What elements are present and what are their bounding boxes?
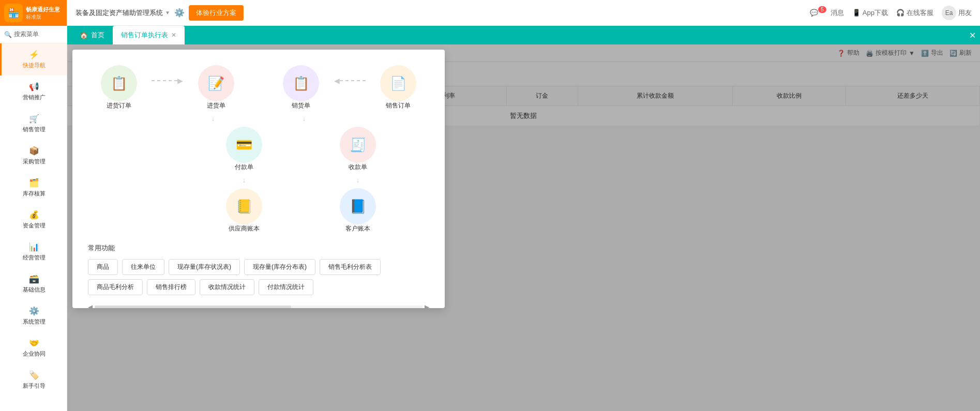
sidebar-item-guide[interactable]: 🏷️ 新手引导 [0, 364, 67, 396]
receipt-circle[interactable]: 🧾 [340, 127, 376, 163]
overlay: 📋 进货订单 ▶ 📝 [67, 44, 980, 411]
finance-icon: 💰 [29, 210, 39, 220]
common-title: 常用功能 [88, 243, 429, 253]
sidebar-item-basic-info[interactable]: 🗃️ 基础信息 [0, 268, 67, 300]
basic-info-icon: 🗃️ [29, 274, 39, 284]
down-arrow-rec: ↓ [316, 176, 399, 184]
receipt-label: 收款单 [349, 163, 367, 172]
sidebar-item-marketing[interactable]: 📢 营销推广 [0, 75, 67, 108]
scroll-thumb [95, 306, 291, 308]
sales-order-circle[interactable]: 📄 [380, 65, 416, 101]
sidebar-item-operations[interactable]: 📊 经营管理 [0, 236, 67, 268]
supplier-circle[interactable]: 📒 [226, 188, 262, 224]
flow-col-sales-bill: 📋 销货单 [270, 65, 331, 110]
sidebar-item-label: 营销推广 [23, 94, 46, 101]
user-avatar-text: Ea [945, 9, 953, 17]
common-buttons: 商品 往来单位 现存量(库存状况表) 现存量(库存分布表) 销售毛利分析表 商品… [88, 259, 429, 295]
arrow-po-to-pb: ▶ [152, 65, 183, 85]
guide-icon: 🏷️ [29, 370, 39, 380]
system-title: 装备及固定资产辅助管理系统 [76, 8, 163, 18]
customer-circle[interactable]: 📘 [340, 188, 376, 224]
sidebar-item-sales[interactable]: 🛒 销售管理 [0, 108, 67, 140]
header-right: 💬 5 消息 📱 App下载 🎧 在线客服 Ea 用友 [810, 6, 972, 20]
common-btn-stock-status[interactable]: 现存量(库存状况表) [169, 259, 240, 275]
message-icon: 💬 [810, 9, 818, 17]
purchase-bill-label: 进货单 [207, 101, 225, 110]
app-download-item[interactable]: 📱 App下载 [852, 8, 888, 18]
payment-circle[interactable]: 💳 [226, 127, 262, 163]
sidebar-item-system[interactable]: ⚙️ 系统管理 [0, 300, 67, 332]
content-area: ❓ 帮助 🖨️ 按模板打印 ▼ ⬆️ 导出 🔄 刷新 [67, 44, 980, 411]
app-name: 畅康通好生意 [26, 6, 60, 13]
trial-button[interactable]: 体验行业方案 [189, 5, 244, 21]
tab-close-icon[interactable]: ✕ [171, 32, 176, 39]
message-item[interactable]: 💬 5 消息 [810, 8, 844, 18]
common-btn-receipt-stats[interactable]: 收款情况统计 [200, 279, 254, 295]
sales-order-label: 销售订单 [386, 101, 411, 110]
app-download-label: App下载 [863, 8, 888, 18]
sidebar-item-label: 快捷导航 [23, 62, 46, 69]
purchase-order-circle[interactable]: 📋 [101, 65, 137, 101]
common-section: 常用功能 商品 往来单位 现存量(库存状况表) 现存量(库存分布表) 销售毛利分… [88, 243, 429, 295]
sidebar-item-label: 采购管理 [23, 158, 46, 165]
common-btn-product[interactable]: 商品 [88, 259, 118, 275]
header-left: 装备及固定资产辅助管理系统 ▼ ⚙️ 体验行业方案 [76, 5, 244, 21]
user-name: 用友 [958, 8, 972, 18]
sidebar-item-label: 基础信息 [23, 286, 46, 294]
arrow-so-to-sb: ◀ [334, 65, 366, 85]
sidebar-item-quick-nav[interactable]: ⚡ 快捷导航 [0, 43, 67, 75]
down-arrow-pb: ↓ [180, 114, 246, 123]
sidebar-nav: ⚡ 快捷导航 📢 营销推广 🛒 销售管理 📦 采购管理 🗂️ 库存核算 💰 [0, 43, 67, 411]
sidebar-item-purchase[interactable]: 📦 采购管理 [0, 140, 67, 172]
purchase-order-label: 进货订单 [107, 101, 131, 110]
common-btn-sales-ranking[interactable]: 销售排行榜 [147, 279, 195, 295]
tab-bar-close-icon[interactable]: ✕ [969, 31, 976, 40]
app-download-icon: 📱 [852, 9, 861, 17]
common-btn-payment-stats[interactable]: 付款情况统计 [259, 279, 313, 295]
common-btn-sales-margin[interactable]: 销售毛利分析表 [320, 259, 381, 275]
search-label: 搜索菜单 [14, 30, 39, 39]
sidebar-item-label: 资金管理 [23, 222, 46, 230]
flow-col-receipt: 🧾 收款单 [316, 127, 399, 172]
online-service-item[interactable]: 🎧 在线客服 [896, 8, 933, 18]
purchase-bill-circle[interactable]: 📝 [198, 65, 234, 101]
tab-home[interactable]: 🏠 首页 [71, 26, 113, 44]
sidebar-item-label: 销售管理 [23, 126, 46, 133]
app-sub: 标准版 [26, 13, 60, 21]
sidebar-item-cooperation[interactable]: 🤝 企业协同 [0, 332, 67, 364]
sales-bill-circle[interactable]: 📋 [283, 65, 319, 101]
sidebar-item-label: 经营管理 [23, 254, 46, 262]
common-btn-stock-dist[interactable]: 现存量(库存分布表) [244, 259, 315, 275]
sidebar-item-label: 库存核算 [23, 190, 46, 197]
flow-col-sales-order: 📄 销售订单 [368, 65, 429, 110]
sidebar-item-finance[interactable]: 💰 资金管理 [0, 204, 67, 236]
sales-bill-label: 销货单 [292, 101, 310, 110]
sales-icon: 🛒 [29, 114, 39, 124]
sidebar-logo: 🏪 畅康通好生意 标准版 [0, 0, 67, 26]
scroll-bar: ◀ ▶ [88, 303, 429, 308]
sidebar-item-inventory[interactable]: 🗂️ 库存核算 [0, 172, 67, 204]
system-title-dropdown[interactable]: 装备及固定资产辅助管理系统 ▼ [76, 8, 170, 18]
tab-sales-order[interactable]: 销售订单执行表 ✕ [113, 26, 185, 44]
scroll-right-btn[interactable]: ▶ [425, 303, 429, 308]
purchase-icon: 📦 [29, 146, 39, 156]
common-btn-contacts[interactable]: 往来单位 [122, 259, 164, 275]
message-label: 消息 [831, 8, 844, 18]
header: 装备及固定资产辅助管理系统 ▼ ⚙️ 体验行业方案 💬 5 消息 📱 App下载… [67, 0, 980, 26]
flow-col-purchase-order: 📋 进货订单 [88, 65, 149, 110]
scroll-track [95, 306, 423, 308]
settings-icon[interactable]: ⚙️ [174, 8, 185, 18]
dropdown-arrow-icon: ▼ [165, 10, 170, 16]
flow-col-purchase-bill: 📝 进货单 [185, 65, 247, 110]
home-icon: 🏠 [80, 32, 88, 39]
sidebar-search[interactable]: 🔍 搜索菜单 [0, 26, 67, 43]
common-btn-product-margin[interactable]: 商品毛利分析 [88, 279, 143, 295]
user-item[interactable]: Ea 用友 [942, 6, 972, 20]
flow-col-customer: 📘 客户账本 [316, 188, 399, 233]
tab-bar: 🏠 首页 销售订单执行表 ✕ ✕ [67, 26, 980, 44]
supplier-label: 供应商账本 [229, 224, 260, 233]
quick-nav-panel: 📋 进货订单 ▶ 📝 [72, 50, 445, 308]
cooperation-icon: 🤝 [29, 338, 39, 348]
scroll-left-btn[interactable]: ◀ [88, 303, 93, 308]
flow-col-payment: 💳 付款单 [203, 127, 285, 172]
